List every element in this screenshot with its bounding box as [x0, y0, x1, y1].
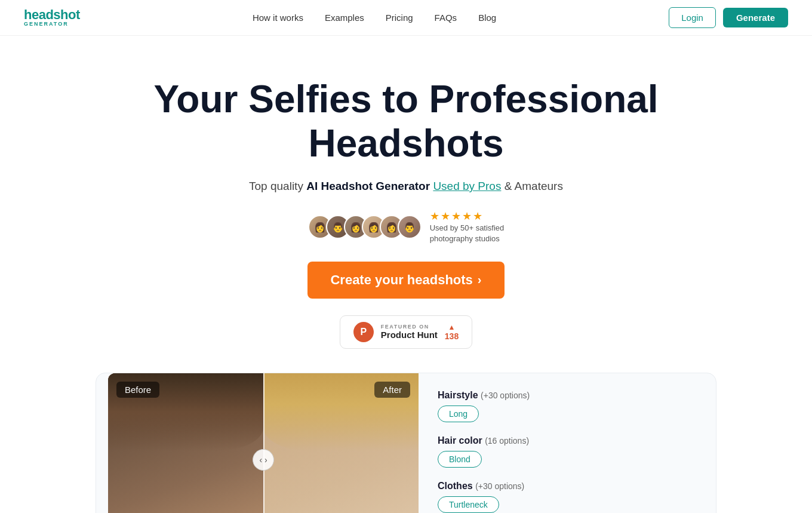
hero-subtitle: Top quality AI Headshot Generator Used b… — [12, 180, 800, 193]
logo-sub: GENERATOR — [24, 21, 80, 27]
hairstyle-label: Hairstyle — [438, 390, 478, 400]
ph-upvote-arrow: ▲ — [448, 323, 456, 331]
nav-how-it-works[interactable]: How it works — [253, 13, 303, 23]
logo-name: headshot — [24, 8, 80, 21]
ph-badge-wrapper: P FEATURED ON Product Hunt ▲ 138 — [12, 315, 800, 349]
login-button[interactable]: Login — [669, 7, 716, 28]
social-proof-row: 👩 👨 👩 👩 👩 👨 ★★★★★ Used by 50+ satisfiedp… — [12, 210, 800, 244]
generate-button[interactable]: Generate — [723, 8, 788, 27]
ph-featured-label: FEATURED ON — [381, 324, 438, 330]
avatar-stack: 👩 👨 👩 👩 👩 👨 — [308, 215, 422, 239]
hairstyle-count: (+30 options) — [481, 391, 530, 400]
ph-vote-count: 138 — [445, 331, 459, 341]
hero-title: Your Selfies to Professional Headshots — [137, 78, 675, 165]
demo-section: ‹ › Before After Hairstyle (+30 options)… — [96, 373, 716, 513]
logo[interactable]: headshot GENERATOR — [24, 8, 80, 27]
nav-actions: Login Generate — [669, 7, 788, 28]
clothes-label: Clothes — [438, 481, 473, 491]
hair-color-selected[interactable]: Blond — [438, 451, 482, 468]
cta-label: Create your headshots — [330, 272, 472, 288]
nav-examples[interactable]: Examples — [325, 13, 364, 23]
avatar-6: 👨 — [398, 215, 422, 239]
label-before: Before — [116, 382, 159, 398]
before-after-toggle[interactable]: ‹ › — [253, 449, 274, 471]
cta-arrow-icon: › — [478, 273, 482, 287]
ph-product-name: Product Hunt — [381, 330, 438, 340]
navbar: headshot GENERATOR How it works Examples… — [0, 0, 812, 36]
ph-text: FEATURED ON Product Hunt — [381, 324, 438, 340]
product-hunt-icon: P — [353, 322, 374, 342]
clothes-group: Clothes (+30 options) Turtleneck — [438, 481, 685, 513]
ph-votes: ▲ 138 — [445, 323, 459, 341]
hairstyle-group: Hairstyle (+30 options) Long — [438, 390, 685, 422]
avatar-info: ★★★★★ Used by 50+ satisfiedphotography s… — [430, 210, 505, 244]
divider-line — [263, 373, 264, 513]
create-headshots-button[interactable]: Create your headshots › — [307, 262, 504, 299]
avatar-info-text: Used by 50+ satisfiedphotography studios — [430, 223, 505, 244]
before-after-image: ‹ › Before After — [108, 373, 419, 513]
clothes-selected[interactable]: Turtleneck — [438, 496, 499, 513]
product-hunt-badge[interactable]: P FEATURED ON Product Hunt ▲ 138 — [340, 315, 472, 349]
hair-color-label: Hair color — [438, 435, 482, 446]
nav-blog[interactable]: Blog — [478, 13, 496, 23]
used-by-pros-link[interactable]: Used by Pros — [433, 180, 501, 192]
star-rating: ★★★★★ — [430, 210, 505, 223]
hairstyle-selected[interactable]: Long — [438, 406, 479, 422]
hair-color-count: (16 options) — [485, 436, 529, 446]
hero-section: Your Selfies to Professional Headshots T… — [0, 36, 812, 373]
nav-faqs[interactable]: FAQs — [435, 13, 457, 23]
hair-color-group: Hair color (16 options) Blond — [438, 435, 685, 468]
cta-wrapper: Create your headshots › — [12, 262, 800, 315]
nav-pricing[interactable]: Pricing — [386, 13, 413, 23]
label-after: After — [374, 382, 410, 398]
options-panel: Hairstyle (+30 options) Long Hair color … — [419, 373, 704, 513]
nav-links: How it works Examples Pricing FAQs Blog — [253, 13, 496, 23]
clothes-count: (+30 options) — [475, 481, 524, 491]
